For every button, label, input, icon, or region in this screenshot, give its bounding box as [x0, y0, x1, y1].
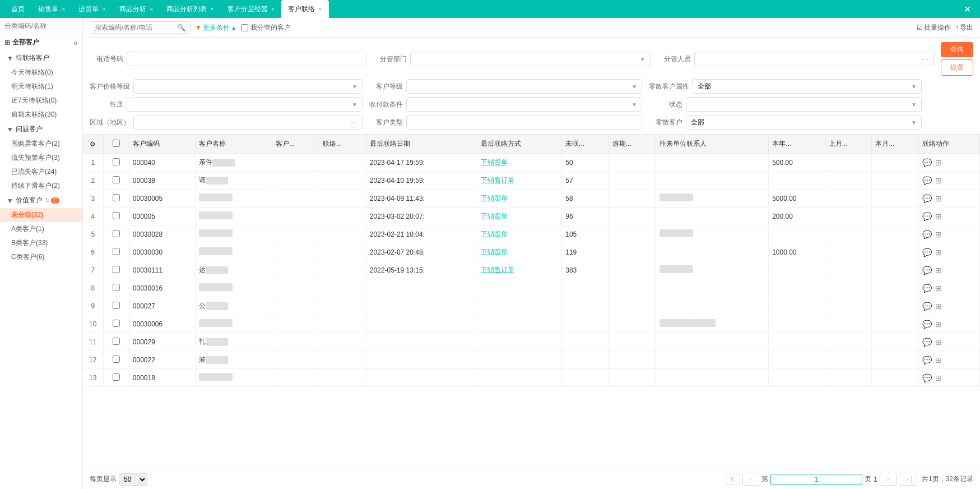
sidebar-item-7days[interactable]: 近7天待联络(0) — [0, 94, 82, 108]
filter-payment-dropdown[interactable]: ▼ — [406, 97, 642, 112]
sidebar-item-warning[interactable]: 流失预警客户(3) — [0, 151, 82, 165]
nav-home[interactable]: 首页 — [4, 0, 31, 18]
nav-sales[interactable]: 销售单 × — [31, 0, 72, 18]
sidebar-item-declining[interactable]: 持续下滑客户(2) — [0, 179, 82, 193]
row-checkbox[interactable] — [103, 225, 129, 243]
last-method-link[interactable]: 下销货单 — [481, 194, 508, 202]
action-more-icon[interactable]: ⊞ — [935, 194, 942, 203]
all-customers-header[interactable]: ⊞ 全部客户 « — [0, 34, 82, 50]
row-checkbox[interactable] — [103, 207, 129, 225]
query-button[interactable]: 查询 — [941, 42, 973, 57]
prev-page-btn[interactable]: ＜ — [742, 473, 759, 486]
row-checkbox[interactable] — [103, 243, 129, 261]
sidebar-group-value[interactable]: ▼ 价值客户 ↻ C — [0, 193, 82, 208]
action-more-icon[interactable]: ⊞ — [935, 356, 942, 365]
reset-button[interactable]: 设置 — [941, 59, 973, 76]
page-size-select[interactable]: 50 100 200 — [119, 473, 147, 486]
nav-purchase[interactable]: 进货单 × — [72, 0, 112, 18]
action-phone-icon[interactable]: 💬 — [922, 230, 932, 239]
sidebar-item-tomorrow[interactable]: 明天待联络(1) — [0, 80, 82, 94]
filter-retail-attr-dropdown[interactable]: 全部 ▼ — [693, 79, 922, 94]
filter-phone-input[interactable] — [127, 52, 366, 66]
row-checkbox[interactable] — [103, 315, 129, 333]
nav-customer-tier-close[interactable]: × — [271, 6, 275, 12]
nav-sales-close[interactable]: × — [62, 6, 65, 12]
action-more-icon[interactable]: ⊞ — [935, 230, 942, 239]
action-phone-icon[interactable]: 💬 — [922, 338, 932, 347]
nav-product-list-close[interactable]: × — [210, 6, 213, 12]
more-conditions-btn[interactable]: ▼ 更多条件 ▲ — [195, 23, 236, 33]
row-checkbox[interactable] — [103, 190, 129, 207]
action-phone-icon[interactable]: 💬 — [922, 176, 932, 185]
action-more-icon[interactable]: ⊞ — [935, 158, 942, 167]
select-all-checkbox[interactable] — [113, 140, 120, 147]
sidebar-group-problem[interactable]: ▼ 问题客户 — [0, 122, 82, 137]
action-more-icon[interactable]: ⊞ — [935, 302, 942, 311]
my-customers-checkbox[interactable]: 我分管的客户 — [241, 23, 291, 33]
my-customers-check[interactable] — [241, 24, 248, 31]
last-page-btn[interactable]: ＞| — [899, 473, 917, 486]
batch-op-button[interactable]: ☑ 批量操作 — [917, 23, 951, 33]
filter-retail-dropdown[interactable]: 全部 ▼ — [686, 115, 922, 130]
sidebar-group-pending[interactable]: ▼ 待联络客户 — [0, 50, 82, 66]
sidebar-item-abnormal[interactable]: 囤购异常客户(2) — [0, 137, 82, 151]
nav-product-analysis[interactable]: 商品分析 × — [113, 0, 160, 18]
action-phone-icon[interactable]: 💬 — [922, 284, 932, 293]
filter-search-input[interactable] — [95, 24, 177, 31]
window-close-button[interactable]: ✕ — [959, 4, 976, 15]
sidebar-item-class-b[interactable]: B类客户(33) — [0, 236, 82, 250]
row-checkbox[interactable] — [103, 154, 129, 172]
export-button[interactable]: ↑ 导出 — [955, 23, 973, 33]
action-phone-icon[interactable]: 💬 — [922, 373, 932, 382]
nav-product-list[interactable]: 商品分析列表 × — [160, 0, 220, 18]
action-more-icon[interactable]: ⊞ — [935, 373, 942, 382]
nav-customer-contact-close[interactable]: × — [318, 6, 322, 12]
sidebar-collapse-btn[interactable]: « — [73, 38, 78, 47]
last-method-link[interactable]: 下销售订单 — [481, 176, 514, 184]
filter-nature-dropdown[interactable]: ▼ — [127, 97, 363, 112]
row-checkbox[interactable] — [103, 261, 129, 279]
last-method-link[interactable]: 下销货单 — [481, 230, 508, 238]
row-checkbox[interactable] — [103, 333, 129, 351]
next-page-btn[interactable]: ＞ — [880, 473, 897, 486]
filter-customer-type-input[interactable] — [406, 115, 642, 130]
filter-customer-level-dropdown[interactable]: ▼ — [406, 79, 642, 94]
nav-product-analysis-close[interactable]: × — [150, 6, 153, 12]
action-phone-icon[interactable]: 💬 — [922, 158, 932, 167]
action-phone-icon[interactable]: 💬 — [922, 212, 932, 221]
row-checkbox[interactable] — [103, 279, 129, 297]
filter-search-icon[interactable]: 🔍 — [177, 24, 185, 31]
sidebar-item-class-a[interactable]: A类客户(1) — [0, 222, 82, 236]
sidebar-item-ungrouped[interactable]: 未分组(32) — [0, 208, 82, 222]
action-phone-icon[interactable]: 💬 — [922, 194, 932, 203]
action-phone-icon[interactable]: 💬 — [922, 248, 932, 257]
sidebar-item-class-c[interactable]: C类客户(6) — [0, 250, 82, 264]
action-more-icon[interactable]: ⊞ — [935, 212, 942, 221]
action-more-icon[interactable]: ⊞ — [935, 176, 942, 185]
nav-purchase-close[interactable]: × — [102, 6, 105, 12]
last-method-link[interactable]: 下销货单 — [481, 158, 508, 166]
action-more-icon[interactable]: ⊞ — [935, 266, 942, 275]
sidebar-item-overdue[interactable]: 逾期未联络(30) — [0, 108, 82, 122]
col-settings[interactable]: ⚙ — [83, 135, 103, 154]
action-more-icon[interactable]: ⊞ — [935, 320, 942, 329]
filter-price-level-dropdown[interactable]: ▼ — [133, 79, 363, 94]
filter-manager-input[interactable]: ··· — [694, 52, 934, 66]
action-phone-icon[interactable]: 💬 — [922, 266, 932, 275]
sidebar-item-today[interactable]: 今天待联络(0) — [0, 66, 82, 80]
last-method-link[interactable]: 下销售订单 — [481, 266, 514, 274]
sidebar-search-input[interactable] — [4, 22, 83, 30]
page-number-input[interactable] — [770, 474, 862, 485]
action-more-icon[interactable]: ⊞ — [935, 284, 942, 293]
row-checkbox[interactable] — [103, 351, 129, 369]
sidebar-item-lost[interactable]: 已流失客户(24) — [0, 165, 82, 179]
nav-customer-contact[interactable]: 客户联络 × — [281, 0, 328, 18]
filter-dept-dropdown[interactable]: ▼ — [410, 52, 650, 66]
filter-status-dropdown[interactable]: ▼ — [686, 97, 922, 112]
refresh-icon[interactable]: ↻ — [45, 197, 50, 204]
row-checkbox[interactable] — [103, 172, 129, 190]
action-phone-icon[interactable]: 💬 — [922, 356, 932, 365]
nav-customer-tier[interactable]: 客户分层经营 × — [221, 0, 281, 18]
filter-region-input[interactable]: ··· — [133, 115, 363, 130]
last-method-link[interactable]: 下销货单 — [481, 212, 508, 220]
